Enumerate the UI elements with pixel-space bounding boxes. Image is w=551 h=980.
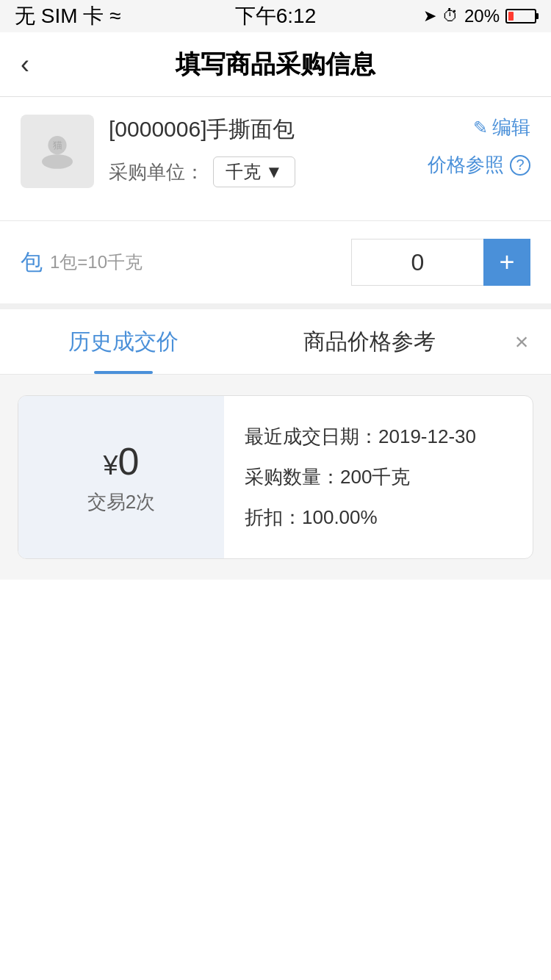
quantity-control: 0 +: [351, 239, 530, 286]
product-left: 猫 [0000006]手撕面包 采购单位： 千克 ▼: [21, 115, 295, 188]
price-card-left: ¥0 交易2次: [18, 396, 224, 558]
bag-label: 包: [21, 248, 43, 278]
nav-bar: ‹ 填写商品采购信息: [0, 32, 551, 97]
product-name: [0000006]手撕面包: [109, 115, 295, 145]
bag-sub-label: 1包=10千克: [50, 251, 143, 274]
price-card-right: 最近成交日期：2019-12-30 采购数量：200千克 折扣：100.00%: [224, 396, 533, 558]
price-value: 0: [118, 440, 140, 483]
purchase-qty-value: 200千克: [340, 466, 410, 488]
recent-date-value: 2019-12-30: [378, 425, 476, 447]
tab2-label: 商品价格参考: [303, 327, 436, 357]
price-ref-button[interactable]: 价格参照 ?: [428, 152, 530, 178]
product-header-right: ✎ 编辑 价格参照 ?: [428, 115, 530, 178]
unit-value: 千克: [226, 160, 261, 184]
tab-product-price-ref[interactable]: 商品价格参考: [246, 309, 492, 374]
status-right-group: ➤ ⏱ 20%: [423, 6, 536, 26]
discount-value: 100.00%: [302, 506, 378, 528]
page-rest: [0, 580, 551, 980]
svg-text:猫: 猫: [53, 140, 62, 151]
battery-percent: 20%: [464, 6, 500, 26]
quantity-section: 包 1包=10千克 0 +: [0, 221, 551, 309]
dropdown-chevron-icon: ▼: [265, 162, 283, 182]
battery-fill: [508, 12, 514, 21]
price-card-section: ¥0 交易2次 最近成交日期：2019-12-30 采购数量：200千克 折扣：…: [0, 375, 551, 580]
edit-label: 编辑: [492, 115, 530, 140]
quantity-value: 0: [411, 249, 425, 276]
recent-date-row: 最近成交日期：2019-12-30: [245, 422, 512, 451]
trade-count: 交易2次: [87, 489, 155, 515]
tab-underline: [94, 371, 153, 374]
tab1-label: 历史成交价: [68, 327, 179, 357]
edit-icon: ✎: [473, 118, 488, 138]
back-button[interactable]: ‹: [21, 49, 29, 80]
purchase-qty-label: 采购数量：: [245, 466, 340, 488]
currency-symbol: ¥: [104, 450, 118, 480]
unit-select-dropdown[interactable]: 千克 ▼: [213, 156, 295, 187]
page-title: 填写商品采购信息: [176, 48, 375, 82]
quantity-plus-button[interactable]: +: [483, 239, 530, 286]
edit-button[interactable]: ✎ 编辑: [473, 115, 530, 140]
quantity-input[interactable]: 0: [351, 239, 483, 286]
tab-history-price[interactable]: 历史成交价: [0, 309, 246, 374]
price-card: ¥0 交易2次 最近成交日期：2019-12-30 采购数量：200千克 折扣：…: [18, 395, 533, 559]
purchase-qty-row: 采购数量：200千克: [245, 463, 512, 491]
unit-label: 采购单位：: [109, 159, 204, 185]
tab-close-button[interactable]: ×: [492, 309, 551, 374]
alarm-icon: ⏱: [442, 7, 458, 26]
status-signal: 无 SIM 卡 ≈: [15, 2, 120, 30]
price-display: ¥0: [104, 439, 140, 483]
battery-icon: [505, 9, 536, 24]
recent-date-label: 最近成交日期：: [245, 425, 378, 447]
quantity-label: 包 1包=10千克: [21, 248, 143, 278]
product-unit-row: 采购单位： 千克 ▼: [109, 156, 295, 187]
product-section: 猫 [0000006]手撕面包 采购单位： 千克 ▼ ✎ 编辑: [0, 97, 551, 221]
product-info: [0000006]手撕面包 采购单位： 千克 ▼: [109, 115, 295, 187]
price-ref-label: 价格参照: [428, 152, 504, 178]
discount-label: 折扣：: [245, 506, 302, 528]
product-thumbnail: 猫: [21, 115, 94, 188]
product-image-icon: 猫: [32, 126, 83, 177]
location-icon: ➤: [423, 7, 436, 26]
plus-icon: +: [499, 249, 514, 275]
tabs-section: 历史成交价 商品价格参考 ×: [0, 309, 551, 375]
discount-row: 折扣：100.00%: [245, 503, 512, 532]
close-icon: ×: [515, 328, 529, 356]
status-time: 下午6:12: [235, 2, 317, 30]
status-bar: 无 SIM 卡 ≈ 下午6:12 ➤ ⏱ 20%: [0, 0, 551, 32]
help-icon: ?: [510, 155, 530, 176]
svg-point-1: [42, 154, 73, 169]
